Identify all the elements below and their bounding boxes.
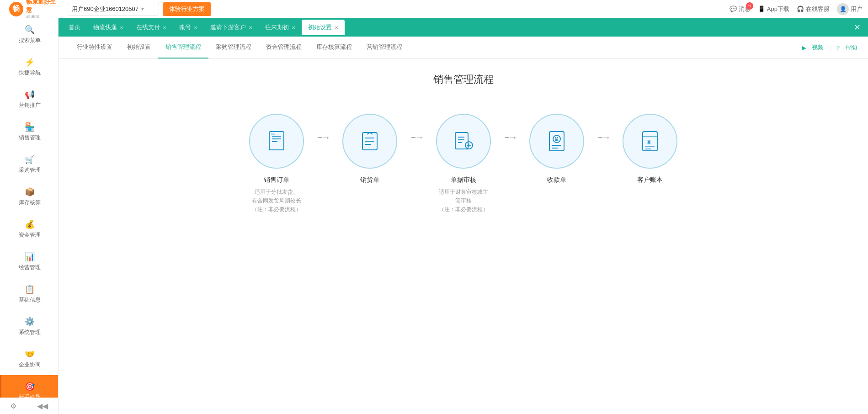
- nav-tab-invite[interactable]: 邀请下游客户✕: [204, 20, 259, 35]
- flow-item-sales_order[interactable]: 销售订单 适用于分批发货、有合同发货周期较长（注：非必要流程）: [235, 114, 318, 214]
- logo-icon: 畅: [9, 2, 23, 16]
- nav-tab-label-opening: 往来期初: [265, 23, 289, 32]
- flow-arrow-2: - - →: [411, 114, 422, 143]
- arrow-icon: - - →: [318, 132, 329, 143]
- user-avatar-item[interactable]: 👤 用户: [837, 3, 863, 15]
- nav-tab-close-init[interactable]: ✕: [335, 25, 338, 30]
- sidebar-label-inventory: 库存核算: [19, 199, 41, 207]
- nav-tab-home[interactable]: 首页: [62, 20, 87, 35]
- sidebar-item-quicknav[interactable]: ⚡ 快捷导航: [0, 51, 58, 83]
- flow-chart: 销售订单 适用于分批发货、有合同发货周期较长（注：非必要流程） - - → 销货…: [77, 114, 850, 214]
- flow-label-audit: 单据审核: [451, 176, 476, 184]
- sidebar-label-basic: 基础信息: [19, 296, 41, 304]
- flow-circle-receipt: ¥: [529, 114, 584, 169]
- arrow-icon: - - →: [505, 132, 516, 143]
- sidebar-item-operation[interactable]: 📊 经营管理: [0, 245, 58, 278]
- flow-item-delivery[interactable]: 销货单: [329, 114, 411, 188]
- top-bar-left: 畅 畅康通好生意 标准版 用户690企业1660120507 ▼ 体验行业方案: [5, 0, 211, 21]
- arrow-icon: - - →: [598, 132, 609, 143]
- nav-tab-close-opening[interactable]: ✕: [292, 25, 295, 30]
- headset-icon: 🎧: [797, 5, 804, 12]
- flow-label-sales_order: 销售订单: [264, 176, 289, 184]
- flow-circle-audit: [436, 114, 491, 169]
- page-title: 销售管理流程: [77, 73, 850, 86]
- app-download-item[interactable]: 📱 App下载: [758, 5, 789, 13]
- nav-tab-close-invite[interactable]: ✕: [249, 25, 252, 30]
- sales-icon: 🏪: [25, 122, 35, 132]
- nav-tab-account[interactable]: 账号✕: [173, 20, 204, 35]
- flow-label-delivery: 销货单: [360, 176, 379, 184]
- avatar: 👤: [837, 3, 849, 15]
- flow-item-audit[interactable]: 单据审核 适用于财务审核或主管审核（注：非必要流程）: [422, 114, 505, 214]
- nav-tabs-bar: 首页物流快递✕在线支付✕账号✕邀请下游客户✕往来期初✕初始设置✕✕: [59, 18, 868, 37]
- sidebar-label-sales: 销售管理: [19, 134, 41, 142]
- nav-tab-init[interactable]: 初始设置✕: [302, 20, 345, 35]
- nav-tab-label-init: 初始设置: [308, 23, 332, 32]
- sub-tab-actions: ▶ 视频 | ? 帮助: [802, 43, 857, 52]
- settings-bottom-icon[interactable]: ⚙: [10, 402, 16, 410]
- sub-tab-sales_flow[interactable]: 销售管理流程: [158, 37, 208, 58]
- flow-item-receipt[interactable]: ¥ 收款单: [516, 114, 598, 188]
- nav-tab-payment[interactable]: 在线支付✕: [130, 20, 173, 35]
- search-icon: 🔍: [25, 25, 35, 35]
- sub-tab-capital_flow[interactable]: 资金管理流程: [259, 37, 309, 58]
- trial-button[interactable]: 体验行业方案: [163, 2, 211, 16]
- flow-label-receipt: 收款单: [547, 176, 566, 184]
- sidebar-bottom: ⚙ ◀◀: [0, 398, 58, 414]
- sidebar-item-enterprise[interactable]: 🤝 企业协同: [0, 343, 58, 375]
- flow-item-account_book[interactable]: ¥ 客户账本: [609, 114, 691, 188]
- sidebar-item-inventory[interactable]: 📦 库存核算: [0, 180, 58, 213]
- sub-tabs: 行业特性设置初始设置销售管理流程采购管理流程资金管理流程库存核算流程营销管理流程…: [59, 37, 868, 59]
- sub-tab-marketing_flow[interactable]: 营销管理流程: [359, 37, 410, 58]
- nav-tab-opening[interactable]: 往来期初✕: [259, 20, 302, 35]
- nav-tab-logistics[interactable]: 物流快递✕: [87, 20, 130, 35]
- online-service-label: 在线客服: [806, 5, 830, 13]
- sidebar-item-newbie[interactable]: 🎯 新手引导: [0, 375, 58, 398]
- flow-circle-sales_order: [249, 114, 304, 169]
- sidebar-item-sales[interactable]: 🏪 销售管理: [0, 116, 58, 148]
- sub-tab-init[interactable]: 初始设置: [120, 37, 158, 58]
- nav-tab-close-logistics[interactable]: ✕: [120, 25, 123, 30]
- purchase-icon: 🛒: [25, 154, 35, 165]
- sub-tab-industry[interactable]: 行业特性设置: [69, 37, 120, 58]
- newbie-icon: 🎯: [25, 382, 35, 392]
- user-selector[interactable]: 用户690企业1660120507 ▼: [68, 3, 159, 16]
- sub-tab-purchase_flow[interactable]: 采购管理流程: [208, 37, 259, 58]
- collapse-icon[interactable]: ◀◀: [37, 402, 48, 410]
- finance-icon: 💰: [25, 219, 35, 229]
- user-selector-text: 用户690企业1660120507: [72, 5, 138, 13]
- user-label: 用户: [851, 5, 863, 13]
- receipt-icon: ¥: [545, 129, 569, 154]
- sub-content: 行业特性设置初始设置销售管理流程采购管理流程资金管理流程库存核算流程营销管理流程…: [59, 37, 868, 414]
- divider: |: [829, 44, 831, 51]
- help-label[interactable]: 帮助: [845, 43, 857, 52]
- sidebar-item-system[interactable]: ⚙️ 系统管理: [0, 310, 58, 343]
- sidebar-item-finance[interactable]: 💰 资金管理: [0, 213, 58, 245]
- sidebar-item-search[interactable]: 🔍 搜索菜单: [0, 18, 58, 51]
- close-all-tabs[interactable]: ✕: [850, 22, 864, 32]
- online-service-item[interactable]: 🎧 在线客服: [797, 5, 830, 13]
- sidebar-item-purchase[interactable]: 🛒 采购管理: [0, 148, 58, 180]
- top-bar: 畅 畅康通好生意 标准版 用户690企业1660120507 ▼ 体验行业方案 …: [0, 0, 868, 18]
- sidebar-label-finance: 资金管理: [19, 231, 41, 239]
- sub-tab-inventory_flow[interactable]: 库存核算流程: [309, 37, 359, 58]
- sidebar: 🔍 搜索菜单 ⚡ 快捷导航 📢 营销推广 🏪 销售管理 🛒 采购管理 📦 库存核…: [0, 18, 59, 414]
- nav-tab-close-account[interactable]: ✕: [194, 25, 197, 30]
- system-icon: ⚙️: [25, 317, 35, 327]
- sidebar-item-marketing[interactable]: 📢 营销推广: [0, 83, 58, 116]
- flow-circle-account_book: ¥: [623, 114, 677, 169]
- nav-tab-label-invite: 邀请下游客户: [210, 23, 246, 32]
- video-label[interactable]: 视频: [812, 43, 824, 52]
- messages-item[interactable]: 💬 消息 6: [730, 5, 751, 13]
- sidebar-item-basic[interactable]: 📋 基础信息: [0, 278, 58, 310]
- flow-arrow-4: - - →: [598, 114, 609, 143]
- nav-tab-label-logistics: 物流快递: [93, 23, 117, 32]
- sidebar-label-purchase: 采购管理: [19, 166, 41, 174]
- content-area: 首页物流快递✕在线支付✕账号✕邀请下游客户✕往来期初✕初始设置✕✕ 行业特性设置…: [59, 18, 868, 414]
- sidebar-label-enterprise: 企业协同: [19, 361, 41, 369]
- close-all-icon[interactable]: ✕: [850, 22, 864, 32]
- video-icon: ▶: [802, 44, 806, 51]
- nav-tab-close-payment[interactable]: ✕: [163, 25, 166, 30]
- logo-text: 畅康通好生意 标准版: [26, 0, 60, 21]
- sidebar-label-operation: 经营管理: [19, 264, 41, 271]
